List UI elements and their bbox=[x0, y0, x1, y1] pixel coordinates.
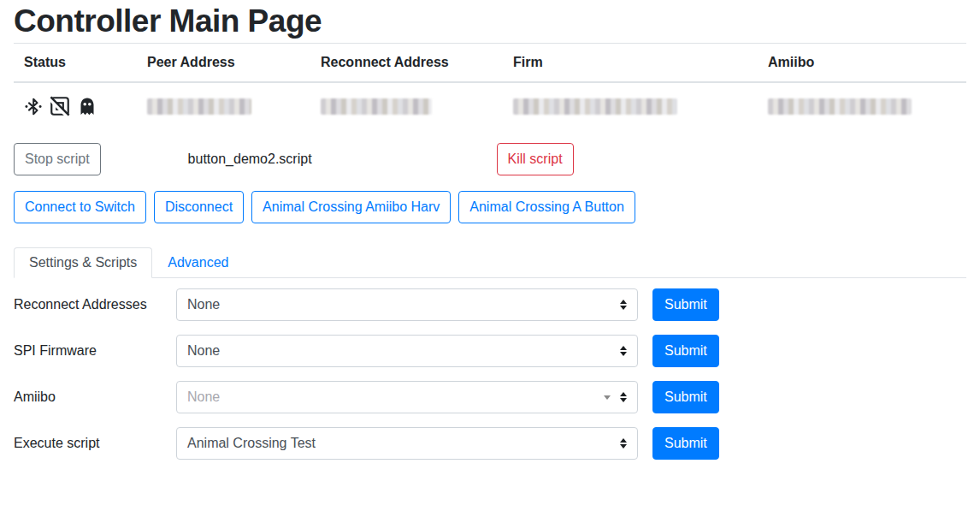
tab-settings-scripts[interactable]: Settings & Scripts bbox=[14, 247, 152, 278]
form-row-amiibo: Amiibo None Submit bbox=[14, 381, 966, 413]
spi-firmware-select[interactable]: None bbox=[176, 335, 638, 367]
reconnect-addresses-select[interactable]: None bbox=[176, 288, 638, 321]
running-script-name: button_demo2.script bbox=[188, 152, 312, 167]
action-buttons-row: Connect to Switch Disconnect Animal Cros… bbox=[14, 191, 966, 223]
form-row-spi-firmware: SPI Firmware None Submit bbox=[14, 335, 966, 367]
reconnect-address-redacted bbox=[321, 98, 432, 115]
status-table: Status Peer Address Reconnect Address Fi… bbox=[14, 43, 966, 128]
status-table-row bbox=[14, 82, 966, 128]
execute-script-select[interactable]: Animal Crossing Test bbox=[176, 427, 638, 460]
select-updown-icon bbox=[620, 300, 627, 310]
spi-firmware-submit-button[interactable]: Submit bbox=[652, 335, 719, 367]
execute-script-label: Execute script bbox=[14, 436, 176, 451]
column-header-firm: Firm bbox=[503, 44, 758, 83]
column-header-reconnect-address: Reconnect Address bbox=[310, 44, 503, 83]
bluetooth-icon bbox=[24, 96, 43, 117]
select-updown-icon bbox=[620, 392, 627, 402]
select-updown-icon bbox=[620, 438, 627, 449]
execute-script-select-value: Animal Crossing Test bbox=[187, 436, 316, 451]
disconnect-button[interactable]: Disconnect bbox=[154, 191, 244, 223]
tab-advanced[interactable]: Advanced bbox=[152, 247, 244, 278]
amiibo-label: Amiibo bbox=[14, 389, 176, 405]
column-header-status: Status bbox=[14, 44, 137, 83]
main-container: Controller Main Page Status Peer Address… bbox=[0, 0, 980, 460]
form-row-reconnect-addresses: Reconnect Addresses None Submit bbox=[14, 288, 966, 321]
execute-script-submit-button[interactable]: Submit bbox=[652, 427, 719, 460]
spi-firmware-label: SPI Firmware bbox=[14, 343, 176, 359]
column-header-peer-address: Peer Address bbox=[137, 44, 310, 83]
status-icons bbox=[24, 95, 127, 117]
amiibo-redacted bbox=[768, 98, 912, 115]
animal-crossing-amiibo-harv-button[interactable]: Animal Crossing Amiibo Harv bbox=[251, 191, 451, 223]
reconnect-addresses-label: Reconnect Addresses bbox=[14, 297, 176, 312]
stop-script-button[interactable]: Stop script bbox=[14, 143, 101, 175]
form-row-execute-script: Execute script Animal Crossing Test Subm… bbox=[14, 427, 966, 460]
script-control-row: Stop script button_demo2.script Kill scr… bbox=[14, 143, 966, 175]
select-updown-icon bbox=[620, 346, 627, 356]
kill-script-button[interactable]: Kill script bbox=[497, 143, 574, 175]
amiibo-select-value: None bbox=[187, 389, 220, 405]
spi-firmware-select-value: None bbox=[187, 343, 220, 359]
connect-to-switch-button[interactable]: Connect to Switch bbox=[14, 191, 146, 223]
reconnect-addresses-select-value: None bbox=[187, 297, 220, 312]
settings-form: Reconnect Addresses None Submit SPI Firm… bbox=[14, 288, 966, 460]
nfc-disabled-icon bbox=[49, 95, 71, 117]
tab-bar: Settings & Scripts Advanced bbox=[14, 247, 966, 278]
column-header-amiibo: Amiibo bbox=[758, 44, 966, 83]
page-title: Controller Main Page bbox=[14, 0, 966, 40]
amiibo-select[interactable]: None bbox=[176, 381, 638, 413]
amiibo-submit-button[interactable]: Submit bbox=[652, 381, 719, 413]
firm-redacted bbox=[513, 98, 677, 115]
ghost-icon bbox=[77, 96, 97, 117]
peer-address-redacted bbox=[147, 98, 251, 115]
select-caret-down-icon bbox=[604, 395, 611, 400]
reconnect-addresses-submit-button[interactable]: Submit bbox=[652, 288, 719, 321]
animal-crossing-a-button-button[interactable]: Animal Crossing A Button bbox=[458, 191, 635, 223]
